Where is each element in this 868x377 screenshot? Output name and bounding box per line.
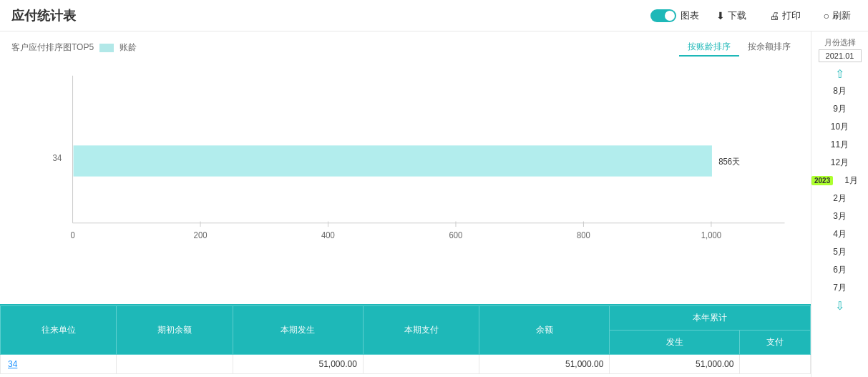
- month-item-1[interactable]: 1月: [834, 172, 868, 190]
- month-item-12[interactable]: 12月: [811, 154, 868, 172]
- year-badge: 2023: [811, 176, 833, 185]
- page-title: 应付统计表: [11, 7, 76, 24]
- table-row: 34 51,000.00 51,000.00 51,000.00: [1, 355, 811, 374]
- legend-box: [99, 44, 114, 52]
- pay-cell: [363, 355, 479, 374]
- header: 应付统计表 图表 ⬇ 下载 🖨 打印 ○ 刷新: [0, 0, 868, 31]
- svg-text:400: 400: [321, 230, 335, 240]
- month-item-8[interactable]: 8月: [811, 82, 868, 100]
- sort-by-age-button[interactable]: 按账龄排序: [679, 39, 739, 57]
- col-year-occur-header: 发生: [610, 331, 740, 355]
- header-actions: 图表 ⬇ 下载 🖨 打印 ○ 刷新: [650, 6, 857, 25]
- month-item-2[interactable]: 2月: [811, 190, 868, 207]
- print-icon: 🖨: [769, 10, 779, 21]
- col-unit-header: 往来单位: [1, 306, 117, 355]
- download-button[interactable]: ⬇ 下载: [711, 6, 752, 25]
- occur-cell: 51,000.00: [233, 355, 363, 374]
- month-item-7[interactable]: 7月: [811, 279, 868, 297]
- unit-link[interactable]: 34: [8, 359, 17, 369]
- balance-cell: 51,000.00: [479, 355, 610, 374]
- year-input[interactable]: [819, 49, 862, 62]
- download-icon: ⬇: [716, 10, 725, 21]
- print-label: 打印: [782, 9, 801, 22]
- chart-container: 34 856天 0 200 400 600 800: [0, 61, 811, 304]
- col-year-pay-header: 支付: [740, 331, 811, 355]
- col-balance-header: 余额: [479, 306, 610, 355]
- unit-cell: 34: [1, 355, 117, 374]
- sidebar-title: 月份选择: [824, 34, 856, 49]
- refresh-label: 刷新: [832, 9, 851, 22]
- sort-by-balance-button[interactable]: 按余额排序: [739, 39, 799, 57]
- year-pay-cell: [740, 355, 811, 374]
- col-opening-header: 期初余额: [117, 306, 233, 355]
- chart-toggle[interactable]: [650, 9, 676, 22]
- refresh-button[interactable]: ○ 刷新: [818, 6, 857, 25]
- app-container: 应付统计表 图表 ⬇ 下载 🖨 打印 ○ 刷新: [0, 0, 868, 377]
- chart-header: 客户应付排序图TOP5 账龄 按账龄排序 按余额排序: [0, 31, 811, 61]
- refresh-icon: ○: [824, 10, 829, 21]
- svg-rect-3: [74, 145, 712, 176]
- col-pay-header: 本期支付: [363, 306, 479, 355]
- legend-label: 账龄: [120, 41, 137, 54]
- col-year-header: 本年累计: [610, 306, 811, 331]
- month-item-10[interactable]: 10月: [811, 118, 868, 136]
- month-item-11[interactable]: 11月: [811, 136, 868, 154]
- col-occur-header: 本期发生: [233, 306, 363, 355]
- table-section: 往来单位 期初余额 本期发生 本期支付 余额 本年累计 发生 支付: [0, 304, 811, 374]
- svg-text:800: 800: [577, 230, 590, 240]
- month-item-6[interactable]: 6月: [811, 261, 868, 279]
- svg-text:0: 0: [70, 230, 74, 240]
- legend-title: 客户应付排序图TOP5: [11, 41, 94, 54]
- month-item-4[interactable]: 4月: [811, 225, 868, 243]
- year-marker-row: 2023 1月: [811, 172, 868, 190]
- download-label: 下载: [728, 9, 746, 22]
- month-item-3[interactable]: 3月: [811, 207, 868, 225]
- bar-chart: 34 856天 0 200 400 600 800: [29, 68, 799, 254]
- svg-text:1,000: 1,000: [701, 230, 721, 240]
- svg-text:856天: 856天: [718, 157, 740, 166]
- svg-text:34: 34: [53, 153, 62, 162]
- main-content: 客户应付排序图TOP5 账龄 按账龄排序 按余额排序: [0, 31, 868, 377]
- chart-toggle-label: 图表: [681, 9, 699, 22]
- month-down-button[interactable]: ⇩: [832, 297, 849, 314]
- month-sidebar: 月份选择 ⇧ 8月 9月 10月 11月 12月 2023 1月 2月 3月 4…: [811, 31, 868, 377]
- svg-text:600: 600: [449, 230, 463, 240]
- month-item-9[interactable]: 9月: [811, 100, 868, 118]
- month-up-button[interactable]: ⇧: [832, 65, 849, 82]
- year-occur-cell: 51,000.00: [610, 355, 740, 374]
- data-table: 往来单位 期初余额 本期发生 本期支付 余额 本年累计 发生 支付: [0, 305, 811, 374]
- month-item-5[interactable]: 5月: [811, 243, 868, 261]
- opening-cell: [117, 355, 233, 374]
- table-container: 往来单位 期初余额 本期发生 本期支付 余额 本年累计 发生 支付: [0, 305, 811, 374]
- print-button[interactable]: 🖨 打印: [764, 6, 806, 25]
- chart-toggle-container: 图表: [650, 9, 699, 22]
- chart-sort-buttons: 按账龄排序 按余额排序: [679, 39, 799, 57]
- chart-area: 客户应付排序图TOP5 账龄 按账龄排序 按余额排序: [0, 31, 811, 377]
- svg-text:200: 200: [194, 230, 208, 240]
- chart-legend: 客户应付排序图TOP5 账龄: [11, 41, 137, 54]
